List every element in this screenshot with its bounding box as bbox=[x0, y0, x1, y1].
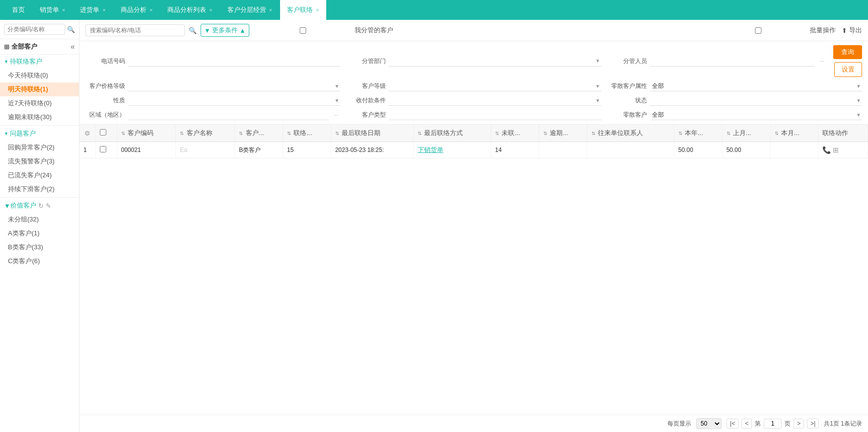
col-last-method[interactable]: ⇅ 最后联络方式 bbox=[413, 125, 491, 142]
search-icon[interactable]: 🔍 bbox=[189, 27, 197, 34]
close-product-analysis-icon[interactable]: × bbox=[149, 7, 152, 13]
col-overdue[interactable]: ⇅ 逾期... bbox=[539, 125, 587, 142]
col-contact-count[interactable]: ⇅ 联络... bbox=[283, 125, 331, 142]
sidebar-search-row: 🔍 bbox=[0, 20, 79, 39]
close-purchase-order-icon[interactable]: × bbox=[102, 7, 105, 13]
search-input[interactable] bbox=[85, 24, 185, 36]
table-row: 1 000021 Ea B类客户 15 2023-05-23 18:25: 下销… bbox=[79, 142, 868, 158]
sidebar-item-ungrouped[interactable]: 未分组(32) bbox=[0, 213, 79, 226]
per-page-select[interactable]: 50100200 bbox=[696, 418, 722, 429]
customer-level-select[interactable] bbox=[389, 81, 601, 91]
phone-label: 电话号码 bbox=[85, 57, 125, 66]
manager-select[interactable] bbox=[650, 56, 815, 66]
col-this-month[interactable]: ⇅ 本月... bbox=[770, 125, 818, 142]
edit-icon[interactable]: ✎ bbox=[46, 202, 51, 210]
retail-customer-select[interactable]: 全部 bbox=[650, 110, 862, 120]
sidebar-item-declining[interactable]: 持续下滑客户(2) bbox=[0, 182, 79, 196]
nav-product-analysis[interactable]: 商品分析 × bbox=[114, 0, 159, 20]
payment-label: 收付款条件 bbox=[346, 96, 386, 105]
nav-sales-order[interactable]: 销货单 × bbox=[33, 0, 72, 20]
select-all-checkbox[interactable] bbox=[100, 129, 106, 136]
sidebar-item-tomorrow[interactable]: 明天待联络(1) bbox=[0, 82, 79, 96]
nav-purchase-order[interactable]: 进货单 × bbox=[73, 0, 112, 20]
settings-button[interactable]: 设置 bbox=[834, 62, 862, 77]
col-checkbox bbox=[95, 125, 117, 142]
sidebar-search-input[interactable] bbox=[4, 24, 65, 35]
sidebar-item-today[interactable]: 今天待联络(0) bbox=[0, 69, 79, 82]
row-name: Ea bbox=[176, 142, 235, 158]
sidebar-item-class-c[interactable]: C类客户(6) bbox=[0, 254, 79, 268]
sort-icon-uncontacted: ⇅ bbox=[495, 131, 499, 136]
customer-type-select[interactable] bbox=[389, 110, 601, 120]
col-this-year[interactable]: ⇅ 本年... bbox=[674, 125, 722, 142]
page-input[interactable] bbox=[764, 419, 782, 429]
col-uncontacted[interactable]: ⇅ 未联... bbox=[491, 125, 539, 142]
status-select-wrap: ▼ bbox=[650, 95, 862, 106]
row-action[interactable]: 📞 ⊞ bbox=[818, 142, 868, 158]
col-contact-person[interactable]: ⇅ 往来单位联系人 bbox=[587, 125, 674, 142]
nav-customer-tier[interactable]: 客户分层经营 × bbox=[220, 0, 279, 20]
nav-customer-contact[interactable]: 客户联络 × bbox=[280, 0, 326, 20]
filter-row-region: 区域（地区） ··· bbox=[85, 110, 340, 120]
region-select[interactable] bbox=[128, 110, 329, 120]
close-sales-order-icon[interactable]: × bbox=[62, 7, 65, 13]
collapse-sidebar-icon[interactable]: « bbox=[71, 42, 75, 51]
sidebar-item-class-a[interactable]: A类客户(1) bbox=[0, 226, 79, 240]
region-more-icon[interactable]: ··· bbox=[332, 111, 340, 119]
close-customer-tier-icon[interactable]: × bbox=[269, 7, 272, 13]
col-type[interactable]: ⇅ 客户... bbox=[235, 125, 283, 142]
gender-select[interactable] bbox=[128, 95, 340, 105]
close-customer-contact-icon[interactable]: × bbox=[316, 7, 319, 13]
col-last-month[interactable]: ⇅ 上月... bbox=[722, 125, 770, 142]
nav-home[interactable]: 首页 bbox=[5, 0, 32, 20]
sort-icon-this-year: ⇅ bbox=[678, 131, 682, 136]
chevron-up-icon: ▲ bbox=[239, 27, 246, 34]
phone-input[interactable] bbox=[128, 56, 340, 67]
col-code[interactable]: ⇅ 客户编码 bbox=[117, 125, 176, 142]
settings-gear-icon[interactable]: ⚙ bbox=[84, 130, 90, 137]
col-last-date[interactable]: ⇅ 最后联络日期 bbox=[331, 125, 413, 142]
payment-select[interactable] bbox=[389, 95, 601, 105]
dept-label: 分管部门 bbox=[346, 57, 386, 66]
sidebar-item-churn-warning[interactable]: 流失预警客户(3) bbox=[0, 154, 79, 168]
action-more-icon[interactable]: ⊞ bbox=[833, 146, 839, 154]
first-page-btn[interactable]: |< bbox=[726, 419, 738, 429]
my-customers-checkbox[interactable]: 我分管的客户 bbox=[253, 26, 393, 35]
customer-table: ⚙ ⇅ 客户编码 ⇅ 客户名称 bbox=[79, 125, 868, 158]
row-last-method[interactable]: 下销货单 bbox=[413, 142, 491, 158]
status-select[interactable] bbox=[650, 95, 862, 105]
table-container: ⚙ ⇅ 客户编码 ⇅ 客户名称 bbox=[79, 125, 868, 415]
next-page-btn[interactable]: > bbox=[794, 419, 804, 429]
sidebar-search-icon[interactable]: 🔍 bbox=[67, 26, 75, 33]
filter-row-dept: 分管部门 ▼ bbox=[346, 45, 601, 77]
triangle-down-icon-2: ▼ bbox=[4, 131, 8, 136]
retail-customer-select-wrap: 全部 ▼ bbox=[650, 110, 862, 120]
retail-attr-select[interactable]: 全部 bbox=[650, 81, 862, 91]
filter-actions: 批量操作 ⬆ 导出 bbox=[709, 26, 862, 35]
more-conditions-btn[interactable]: ▼ 更多条件 ▲ bbox=[201, 24, 249, 37]
export-btn[interactable]: ⬆ 导出 bbox=[842, 26, 862, 35]
my-customers-check[interactable] bbox=[253, 27, 353, 34]
sidebar-item-abnormal-repurchase[interactable]: 回购异常客户(2) bbox=[0, 141, 79, 154]
sidebar-item-overdue[interactable]: 逾期未联络(30) bbox=[0, 110, 79, 124]
batch-ops-check[interactable] bbox=[709, 27, 808, 34]
action-phone-icon[interactable]: 📞 bbox=[822, 146, 831, 154]
manager-more-icon[interactable]: ··· bbox=[818, 57, 826, 65]
col-action: 联络动作 bbox=[818, 125, 868, 142]
main-layout: 🔍 ⊞ 全部客户 « ▼ 待联络客户 今天待联络(0) 明天待联络(1) 近7天… bbox=[0, 20, 868, 432]
sidebar-item-class-b[interactable]: B类客户(33) bbox=[0, 240, 79, 254]
col-name[interactable]: ⇅ 客户名称 bbox=[176, 125, 235, 142]
last-page-btn[interactable]: >| bbox=[807, 419, 819, 429]
nav-product-analysis-list[interactable]: 商品分析列表 × bbox=[160, 0, 219, 20]
sidebar-item-7days[interactable]: 近7天待联络(0) bbox=[0, 96, 79, 110]
row-checkbox[interactable] bbox=[95, 142, 117, 158]
prev-page-btn[interactable]: < bbox=[741, 419, 752, 429]
refresh-icon[interactable]: ↻ bbox=[38, 202, 44, 210]
row-select-check[interactable] bbox=[100, 146, 106, 152]
price-level-select[interactable] bbox=[128, 81, 340, 91]
sidebar-item-churned[interactable]: 已流失客户(24) bbox=[0, 168, 79, 182]
dept-select[interactable] bbox=[389, 56, 601, 66]
batch-ops-btn[interactable]: 批量操作 bbox=[709, 26, 836, 35]
query-button[interactable]: 查询 bbox=[833, 45, 862, 59]
close-product-list-icon[interactable]: × bbox=[209, 7, 212, 13]
